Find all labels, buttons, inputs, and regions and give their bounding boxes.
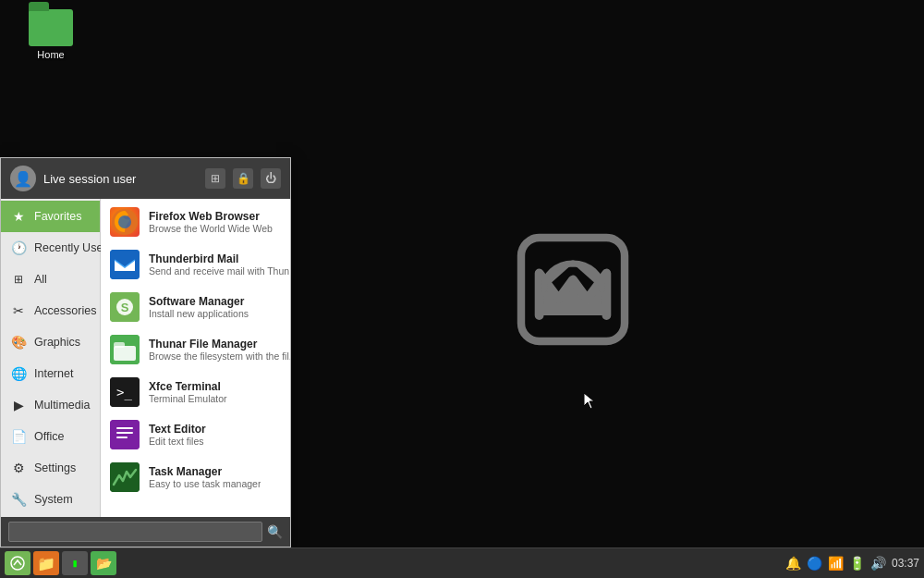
svg-text:>_: >_ — [116, 385, 132, 400]
thunar-taskbar-button[interactable]: 📂 — [91, 551, 116, 575]
settings-icon: ⚙ — [10, 460, 27, 476]
text-editor-name: Text Editor — [149, 423, 206, 436]
sidebar-item-internet[interactable]: 🌐 Internet — [1, 358, 100, 389]
sidebar-item-system[interactable]: 🔧 System — [1, 484, 100, 515]
menu-body: ★ Favorites 🕐 Recently Used ⊞ All ✂ Acce… — [1, 199, 290, 517]
menu-header: 👤 Live session user ⊞ 🔒 ⏻ — [1, 158, 290, 199]
text-editor-icon — [110, 420, 140, 449]
task-manager-desc: Easy to use task manager — [149, 478, 261, 489]
taskbar-left: 📁 ▮ 📂 — [5, 551, 116, 575]
software-manager-text: Software Manager Install new application… — [149, 295, 249, 319]
svg-marker-1 — [584, 393, 594, 409]
graphics-icon: 🎨 — [10, 334, 27, 350]
sidebar-label-office: Office — [34, 430, 64, 443]
menu-user-info: 👤 Live session user — [10, 166, 136, 191]
menu-search-bar: 🔍 — [1, 517, 290, 547]
svg-rect-15 — [116, 432, 133, 434]
recently-used-icon: 🕐 — [10, 240, 27, 256]
app-item-terminal[interactable]: >_ Xfce Terminal Terminal Emulator — [101, 371, 290, 413]
bluetooth-icon[interactable]: 🔵 — [807, 556, 822, 571]
app-item-software-manager[interactable]: S Software Manager Install new applicati… — [101, 286, 290, 328]
thunderbird-icon — [110, 250, 140, 279]
svg-rect-9 — [114, 346, 136, 361]
menu-header-actions: ⊞ 🔒 ⏻ — [205, 168, 281, 189]
text-editor-desc: Edit text files — [149, 436, 206, 447]
search-input[interactable] — [8, 522, 262, 542]
mouse-cursor — [584, 393, 595, 410]
app-item-task-manager[interactable]: Task Manager Easy to use task manager — [101, 456, 290, 498]
firefox-name: Firefox Web Browser — [149, 210, 273, 223]
taskbar-right: 🔔 🔵 📶 🔋 🔊 03:37 — [785, 556, 919, 571]
home-icon-label: Home — [37, 49, 64, 60]
user-name-label: Live session user — [43, 172, 136, 186]
sidebar-item-settings[interactable]: ⚙ Settings — [1, 452, 100, 484]
battery-icon[interactable]: 🔋 — [849, 556, 865, 571]
sidebar-item-recently-used[interactable]: 🕐 Recently Used — [1, 232, 100, 264]
sidebar-label-multimedia: Multimedia — [34, 399, 90, 412]
thunderbird-text: Thunderbird Mail Send and receive mail w… — [149, 252, 290, 277]
sidebar-label-settings: Settings — [34, 461, 76, 474]
sidebar-item-accessories[interactable]: ✂ Accessories — [1, 295, 100, 326]
svg-rect-10 — [114, 342, 125, 348]
mint-menu-button[interactable] — [5, 551, 30, 575]
volume-icon[interactable]: 🔊 — [870, 556, 886, 571]
thunderbird-name: Thunderbird Mail — [149, 252, 290, 265]
firefox-desc: Browse the World Wide Web — [149, 223, 273, 234]
terminal-taskbar-button[interactable]: ▮ — [62, 551, 88, 575]
files-button[interactable]: 📁 — [33, 551, 59, 575]
software-manager-name: Software Manager — [149, 295, 249, 308]
text-editor-text: Text Editor Edit text files — [149, 423, 206, 447]
user-avatar: 👤 — [10, 166, 36, 191]
sidebar-item-all[interactable]: ⊞ All — [1, 264, 100, 295]
mint-logo: .lm { fill: #888; } — [508, 225, 638, 354]
thunderbird-desc: Send and receive mail with Thund... — [149, 265, 290, 277]
sidebar-item-graphics[interactable]: 🎨 Graphics — [1, 326, 100, 358]
terminal-name: Xfce Terminal — [149, 380, 227, 393]
terminal-text: Xfce Terminal Terminal Emulator — [149, 380, 227, 404]
power-button[interactable]: ⏻ — [261, 168, 281, 189]
task-manager-text: Task Manager Easy to use task manager — [149, 465, 261, 489]
app-item-firefox[interactable]: Firefox Web Browser Browse the World Wid… — [101, 201, 290, 243]
system-icon: 🔧 — [10, 491, 27, 508]
accessories-icon: ✂ — [10, 302, 27, 319]
svg-rect-4 — [110, 250, 140, 279]
sidebar-item-favorites[interactable]: ★ Favorites — [1, 201, 100, 232]
system-clock: 03:37 — [892, 557, 919, 570]
taskbar: 📁 ▮ 📂 🔔 🔵 📶 🔋 🔊 03:37 — [0, 547, 924, 578]
app-item-text-editor[interactable]: Text Editor Edit text files — [101, 413, 290, 456]
sidebar-label-favorites: Favorites — [34, 210, 81, 223]
menu-sidebar: ★ Favorites 🕐 Recently Used ⊞ All ✂ Acce… — [1, 199, 101, 517]
apps-grid-button[interactable]: ⊞ — [205, 168, 225, 189]
thunar-name: Thunar File Manager — [149, 338, 290, 350]
desktop: Home .lm { fill: #888; } 👤 — [0, 0, 924, 578]
app-item-thunderbird[interactable]: Thunderbird Mail Send and receive mail w… — [101, 243, 290, 286]
terminal-icon: >_ — [110, 377, 140, 407]
sidebar-label-internet: Internet — [34, 367, 73, 380]
svg-rect-14 — [116, 427, 133, 429]
app-item-thunar[interactable]: Thunar File Manager Browse the filesyste… — [101, 328, 290, 371]
software-manager-desc: Install new applications — [149, 308, 249, 319]
notification-icon[interactable]: 🔔 — [785, 556, 801, 571]
network-icon[interactable]: 📶 — [828, 556, 844, 571]
firefox-text: Firefox Web Browser Browse the World Wid… — [149, 210, 273, 234]
thunar-text: Thunar File Manager Browse the filesyste… — [149, 338, 290, 362]
svg-text:S: S — [121, 301, 129, 314]
lock-button[interactable]: 🔒 — [233, 168, 253, 189]
sidebar-label-accessories: Accessories — [34, 304, 96, 317]
sidebar-label-graphics: Graphics — [34, 336, 80, 349]
software-manager-icon: S — [110, 292, 140, 322]
sidebar-label-system: System — [34, 493, 73, 506]
desktop-icon-home[interactable]: Home — [18, 9, 83, 60]
multimedia-icon: ▶ — [10, 397, 27, 413]
office-icon: 📄 — [10, 428, 27, 445]
all-icon: ⊞ — [10, 271, 27, 288]
sidebar-item-multimedia[interactable]: ▶ Multimedia — [1, 389, 100, 421]
svg-point-18 — [11, 557, 24, 570]
internet-icon: 🌐 — [10, 365, 27, 382]
sidebar-item-office[interactable]: 📄 Office — [1, 421, 100, 452]
terminal-desc: Terminal Emulator — [149, 393, 227, 404]
svg-point-3 — [118, 215, 131, 228]
start-menu: 👤 Live session user ⊞ 🔒 ⏻ ★ Favorites 🕐 … — [0, 157, 291, 547]
task-manager-icon — [110, 462, 140, 492]
favorites-icon: ★ — [10, 208, 27, 225]
